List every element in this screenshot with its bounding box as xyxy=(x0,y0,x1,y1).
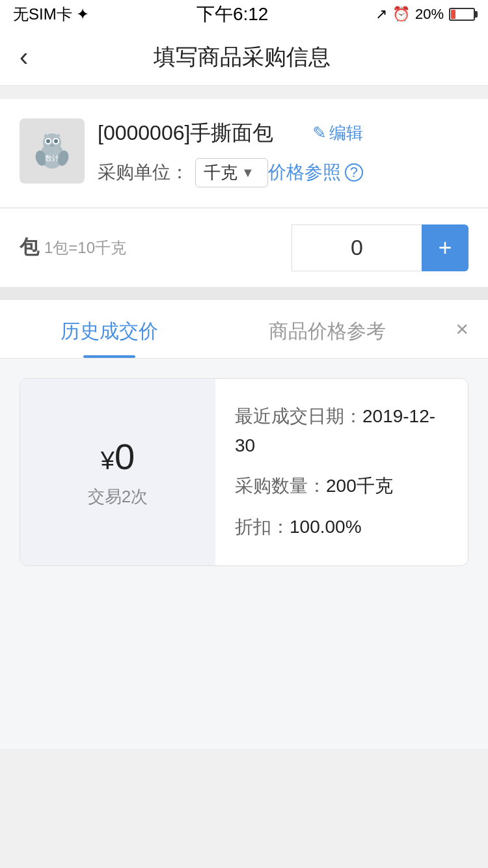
nav-bar: ‹ 填写商品采购信息 xyxy=(0,29,488,86)
status-right: ↗ ⏰ 20% xyxy=(375,6,475,23)
unit-value: 千克 xyxy=(204,161,237,184)
unit-left: 采购单位： 千克 ▼ xyxy=(98,158,268,187)
price-main: ¥0 xyxy=(101,435,135,478)
sim-status: 无SIM卡 ✦ xyxy=(13,4,89,25)
battery-icon xyxy=(449,8,475,21)
quantity-plus-button[interactable]: + xyxy=(422,224,468,271)
tab-history-price[interactable]: 历史成交价 xyxy=(0,300,218,358)
purchase-quantity-value: 200千克 xyxy=(326,476,393,496)
page-title: 填写商品采购信息 xyxy=(41,42,442,72)
price-amount: 0 xyxy=(115,436,135,477)
discount-label: 折扣： xyxy=(235,517,290,537)
gray-divider xyxy=(0,287,488,300)
product-info: [0000006]手撕面包 ✎ 编辑 采购单位： 千克 ▼ xyxy=(98,118,363,187)
chevron-down-icon: ▼ xyxy=(241,165,254,180)
quantity-display: 0 xyxy=(291,224,422,271)
unit-select[interactable]: 千克 ▼ xyxy=(195,158,268,187)
product-name-row: 数计 [0000006]手撕面包 ✎ 编辑 采购单位： 千克 xyxy=(20,118,468,187)
status-left: 无SIM卡 ✦ xyxy=(13,4,89,25)
edit-button[interactable]: ✎ 编辑 xyxy=(312,122,363,144)
back-button[interactable]: ‹ xyxy=(20,42,41,72)
currency-symbol: ¥ xyxy=(101,447,115,474)
tab-price-reference[interactable]: 商品价格参考 xyxy=(218,300,436,358)
product-logo: 数计 xyxy=(29,128,75,174)
edit-icon: ✎ xyxy=(312,123,327,143)
package-label: 包 1包=10千克 xyxy=(20,234,126,261)
discount-value: 100.00% xyxy=(290,517,362,537)
quantity-input-group: 0 + xyxy=(291,224,468,271)
svg-point-5 xyxy=(54,139,58,143)
package-unit-info: 1包=10千克 xyxy=(44,237,126,258)
alarm-icon: ⏰ xyxy=(392,6,410,23)
price-trades: 交易2次 xyxy=(88,485,148,508)
discount-row: 折扣：100.00% xyxy=(235,513,448,542)
status-bar: 无SIM卡 ✦ 下午6:12 ↗ ⏰ 20% xyxy=(0,0,488,29)
price-card-right: 最近成交日期：2019-12-30 采购数量：200千克 折扣：100.00% xyxy=(215,379,468,565)
product-image: 数计 xyxy=(20,118,85,183)
product-name: [0000006]手撕面包 xyxy=(98,118,273,148)
price-card: ¥0 交易2次 最近成交日期：2019-12-30 采购数量：200千克 折扣：… xyxy=(20,378,468,566)
unit-label: 采购单位： xyxy=(98,160,189,185)
location-icon: ↗ xyxy=(375,6,387,23)
package-box-label: 包 xyxy=(20,234,39,261)
info-icon: ? xyxy=(345,163,363,182)
price-card-left: ¥0 交易2次 xyxy=(20,379,215,565)
tab-bar: 历史成交价 商品价格参考 × xyxy=(0,300,488,359)
recent-date-label: 最近成交日期： xyxy=(235,406,362,426)
purchase-quantity-label: 采购数量： xyxy=(235,476,326,496)
price-ref-label: 价格参照 xyxy=(268,160,341,185)
battery-percent: 20% xyxy=(415,6,444,23)
svg-point-4 xyxy=(46,139,50,143)
product-top-row: 数计 [0000006]手撕面包 ✎ 编辑 采购单位： 千克 xyxy=(20,118,363,187)
product-card: 数计 [0000006]手撕面包 ✎ 编辑 采购单位： 千克 xyxy=(0,99,488,207)
quantity-section: 包 1包=10千克 0 + xyxy=(0,208,488,287)
unit-row: 采购单位： 千克 ▼ 价格参照 ? xyxy=(98,158,363,187)
svg-text:数计: 数计 xyxy=(45,154,59,162)
content-area: ¥0 交易2次 最近成交日期：2019-12-30 采购数量：200千克 折扣：… xyxy=(0,359,488,749)
recent-date-row: 最近成交日期：2019-12-30 xyxy=(235,402,448,461)
status-time: 下午6:12 xyxy=(197,2,269,27)
price-ref-button[interactable]: 价格参照 ? xyxy=(268,160,363,185)
purchase-quantity-row: 采购数量：200千克 xyxy=(235,472,448,501)
tab-close-button[interactable]: × xyxy=(436,303,488,355)
